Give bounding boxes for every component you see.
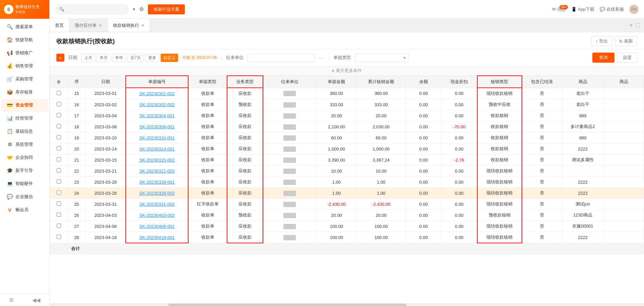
table-row[interactable]: 28 2023-04-18 SK-20230418-001 收款单 应收款 ██… bbox=[50, 232, 644, 243]
bill-no-link[interactable]: SK-20230418-001 bbox=[139, 235, 175, 240]
industry-solution-button[interactable]: 体验行业方案 bbox=[148, 4, 185, 14]
cell-checkbox[interactable] bbox=[50, 188, 68, 199]
sidebar-item-quicknav[interactable]: 🏠 快捷导航 bbox=[1, 34, 48, 46]
sidebar-item-company[interactable]: 🤝 企业协同 bbox=[1, 151, 48, 164]
date-btn-7days[interactable]: 近7天 bbox=[127, 54, 144, 62]
bill-no-link[interactable]: SK-20230408-001 bbox=[139, 224, 175, 229]
date-btn-this-year[interactable]: 本年 bbox=[112, 54, 126, 62]
query-button[interactable]: 查询 bbox=[592, 53, 614, 63]
bill-no-link[interactable]: SK-20230403-002 bbox=[139, 213, 175, 218]
cell-checkbox[interactable] bbox=[50, 232, 68, 243]
cell-bill-no: SK-20230301-002 bbox=[126, 88, 188, 99]
gear-icon[interactable]: ⚙ bbox=[139, 6, 144, 12]
cell-checkbox[interactable] bbox=[50, 99, 68, 110]
message-badge[interactable]: ✉ 消息 99+ bbox=[552, 6, 566, 12]
cell-biz-type: 应收款 bbox=[227, 121, 263, 132]
online-service[interactable]: 💬 在线客服 bbox=[600, 6, 624, 12]
tab-receipt[interactable]: 收款核销执行 ✕ bbox=[108, 19, 150, 32]
cell-balance: 0.00 bbox=[406, 221, 442, 232]
table-row[interactable]: 19 2023-03-10 SK-20230310-001 收款单 应收款 ██… bbox=[50, 132, 644, 143]
expand-bar[interactable]: ▾ 展开更多条件 bbox=[50, 66, 644, 75]
col-settings[interactable]: ⚙ bbox=[50, 76, 68, 88]
page-header-actions: ↑ 导出 ↻ 刷新 bbox=[591, 36, 638, 46]
table-row[interactable]: 20 2023-03-14 SK-20230314-001 收款单 应收款 ██… bbox=[50, 143, 644, 155]
date-btn-custom[interactable]: 自定义 bbox=[161, 54, 178, 62]
scrollbar-thumb[interactable] bbox=[168, 304, 406, 306]
refresh-button[interactable]: ↻ 刷新 bbox=[615, 36, 637, 46]
sidebar-item-guide[interactable]: 🎓 新手引导 bbox=[1, 164, 48, 177]
cell-cancel-amount: 1,000.00 bbox=[357, 143, 406, 155]
tab-prepay[interactable]: 预付应付单 ✕ bbox=[69, 19, 108, 32]
cell-checkbox[interactable] bbox=[50, 155, 68, 166]
table-row[interactable]: 16 2023-03-02 SK-20230302-002 收款单 预收款 ██… bbox=[50, 99, 644, 110]
cell-checkbox[interactable] bbox=[50, 88, 68, 99]
bill-no-link[interactable]: SK-20230314-001 bbox=[139, 146, 175, 151]
sidebar-item-finance[interactable]: 💳 资金管理 bbox=[1, 99, 48, 112]
cell-checkbox[interactable] bbox=[50, 110, 68, 121]
tab-home[interactable]: 首页 bbox=[50, 19, 69, 32]
table-row[interactable]: 15 2023-03-01 SK-20230301-002 收款单 应收款 ██… bbox=[50, 88, 644, 99]
close-window-icon[interactable]: ✕ bbox=[629, 23, 633, 28]
bill-no-link[interactable]: SK-20230328-001 bbox=[139, 180, 175, 185]
user-avatar[interactable]: Rit bbox=[629, 5, 639, 14]
table-row[interactable]: 26 2023-04-03 SK-20230403-002 收款单 预收款 ██… bbox=[50, 210, 644, 221]
table-row[interactable]: 17 2023-03-04 SK-20230304-001 收款单 应收款 ██… bbox=[50, 110, 644, 121]
app-download[interactable]: 📱 App下载 bbox=[571, 6, 594, 12]
settings-button[interactable]: 设置 bbox=[617, 53, 637, 63]
cell-checkbox[interactable] bbox=[50, 210, 68, 221]
col-date: 日期 bbox=[86, 76, 126, 88]
cell-checkbox[interactable] bbox=[50, 132, 68, 143]
table-row[interactable]: 27 2023-04-08 SK-20230408-001 收款单 应收款 ██… bbox=[50, 221, 644, 232]
cell-checkbox[interactable] bbox=[50, 143, 68, 155]
bill-no-link[interactable]: SK-20230331-002 bbox=[139, 202, 175, 207]
bill-no-link[interactable]: SK-20230328-002 bbox=[139, 191, 175, 196]
tab-receipt-close[interactable]: ✕ bbox=[141, 23, 145, 28]
bill-no-link[interactable]: SK-20230308-001 bbox=[139, 124, 175, 129]
cell-checkbox[interactable] bbox=[50, 199, 68, 210]
sidebar-item-basic[interactable]: 📋 基础信息 bbox=[1, 125, 48, 138]
table-row[interactable]: 24 2023-03-28 SK-20230328-002 收款单 应收款 ██… bbox=[50, 188, 644, 199]
bill-no-link[interactable]: SK-20230310-001 bbox=[139, 135, 175, 140]
bill-no-link[interactable]: SK-20230302-002 bbox=[139, 102, 175, 107]
table-row[interactable]: 21 2023-03-15 SK-20230315-002 收款单 应收款 ██… bbox=[50, 155, 644, 166]
cell-checkbox[interactable] bbox=[50, 177, 68, 188]
date-btn-last-month[interactable]: 上月 bbox=[81, 54, 95, 62]
cell-checkbox[interactable] bbox=[50, 121, 68, 132]
table-row[interactable]: 25 2023-03-31 SK-20230331-002 红字收款单 应收款 … bbox=[50, 199, 644, 210]
sidebar-item-member[interactable]: V 畅会员 bbox=[1, 203, 48, 216]
table-row[interactable]: 23 2023-03-28 SK-20230328-001 收款单 应收款 ██… bbox=[50, 177, 644, 188]
unit-filter-input[interactable] bbox=[248, 54, 315, 62]
cell-cancel-amount: 1.00 bbox=[357, 188, 406, 199]
cell-checkbox[interactable] bbox=[50, 166, 68, 177]
topbar-search[interactable]: 🔍 bbox=[55, 4, 129, 15]
sidebar-item-system[interactable]: ⚙ 系统管理 bbox=[1, 138, 48, 151]
table-row[interactable]: 22 2023-03-21 SK-20230321-003 收款单 应收款 ██… bbox=[50, 166, 644, 177]
sidebar-item-operations[interactable]: 📊 经营管理 bbox=[1, 112, 48, 125]
date-btn-more[interactable]: 更多 bbox=[145, 54, 159, 62]
date-btn-this-month[interactable]: 本月 bbox=[97, 54, 111, 62]
mobile-icon: 📱 bbox=[571, 7, 577, 12]
sidebar-item-inventory[interactable]: 📦 库存核算 bbox=[1, 86, 48, 99]
export-button[interactable]: ↑ 导出 bbox=[591, 36, 612, 46]
topbar-dropdown[interactable]: ▾ bbox=[133, 7, 135, 12]
cell-checkbox[interactable] bbox=[50, 221, 68, 232]
sidebar-item-marketing[interactable]: 📢 营销推广 bbox=[1, 47, 48, 59]
sidebar-item-hardware[interactable]: 💻 智能硬件 bbox=[1, 177, 48, 190]
sidebar-item-purchase[interactable]: 🛒 采购管理 bbox=[1, 73, 48, 85]
collapse-sidebar-icon[interactable]: ◀◀ bbox=[32, 297, 40, 303]
bill-no-link[interactable]: SK-20230321-003 bbox=[139, 169, 175, 174]
type-filter-select[interactable] bbox=[355, 54, 409, 62]
table-settings-icon[interactable]: ⚙ bbox=[57, 79, 61, 84]
tab-prepay-close[interactable]: ✕ bbox=[99, 23, 102, 28]
table-row[interactable]: 18 2023-03-08 SK-20230308-001 收款单 应收款 ██… bbox=[50, 121, 644, 132]
bill-no-link[interactable]: SK-20230301-002 bbox=[139, 91, 175, 96]
sidebar-item-search[interactable]: 🔍 搜索菜单 bbox=[1, 20, 48, 33]
horizontal-scrollbar[interactable] bbox=[50, 303, 644, 306]
maximize-icon[interactable]: ⛶ bbox=[636, 23, 640, 28]
bill-no-link[interactable]: SK-20230315-002 bbox=[139, 158, 175, 163]
settings-bottom-icon[interactable]: ⚙ bbox=[9, 297, 14, 303]
sidebar-item-wechat[interactable]: 💬 企业微信 bbox=[1, 190, 48, 203]
bill-no-link[interactable]: SK-20230304-001 bbox=[139, 113, 175, 118]
sidebar-item-sales[interactable]: 💰 销售管理 bbox=[1, 60, 48, 72]
filter-toggle-button[interactable]: » bbox=[56, 54, 64, 62]
